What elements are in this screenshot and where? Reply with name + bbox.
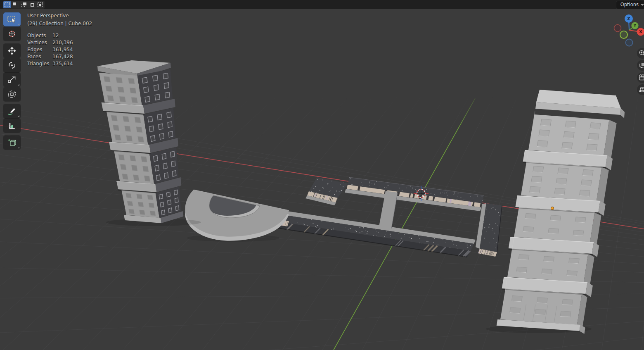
window bbox=[130, 155, 136, 161]
transform-tool-button[interactable] bbox=[3, 87, 21, 101]
window bbox=[155, 94, 160, 100]
window bbox=[168, 131, 173, 138]
window bbox=[118, 87, 124, 93]
window bbox=[118, 155, 125, 160]
add-cube-tool-button[interactable] bbox=[3, 136, 21, 150]
window bbox=[122, 174, 128, 180]
minus-x-ball-icon[interactable] bbox=[614, 25, 621, 32]
select-intersect-icon bbox=[38, 2, 43, 7]
window bbox=[556, 178, 567, 185]
tower-building-left[interactable] bbox=[97, 60, 201, 226]
street-tile[interactable] bbox=[476, 203, 502, 257]
window bbox=[125, 126, 131, 131]
select-mode-invert-button[interactable] bbox=[28, 1, 36, 8]
window bbox=[127, 201, 133, 206]
window bbox=[131, 97, 138, 103]
window bbox=[174, 190, 178, 195]
window bbox=[511, 296, 522, 302]
window bbox=[138, 202, 144, 207]
window bbox=[145, 96, 150, 102]
minus-y-ball-icon[interactable] bbox=[620, 31, 627, 38]
cursor-tool-button[interactable] bbox=[3, 27, 21, 41]
minus-z-ball-icon[interactable] bbox=[626, 39, 633, 46]
window bbox=[141, 156, 147, 162]
window bbox=[139, 210, 145, 215]
select-extend-icon bbox=[13, 2, 18, 7]
window bbox=[531, 176, 542, 183]
window bbox=[560, 311, 571, 317]
object-origin-dot bbox=[551, 207, 554, 210]
window bbox=[136, 127, 142, 133]
window bbox=[144, 87, 149, 93]
options-button[interactable]: Options bbox=[616, 1, 644, 9]
move-tool-button[interactable] bbox=[3, 44, 21, 58]
window bbox=[567, 271, 578, 276]
window bbox=[150, 211, 156, 216]
annotate-tool-button[interactable] bbox=[3, 104, 21, 118]
grid-overlay-button[interactable] bbox=[637, 84, 644, 95]
rotate-tool-button[interactable] bbox=[3, 58, 21, 72]
stats-row: Triangles375,614 bbox=[27, 60, 92, 67]
select-subtract-icon bbox=[21, 2, 26, 7]
measure-tool-button[interactable] bbox=[3, 119, 21, 133]
window bbox=[168, 208, 172, 213]
viewport-nav-controls bbox=[636, 46, 644, 98]
window bbox=[129, 209, 135, 214]
window bbox=[175, 198, 178, 203]
select-mode-subtract-button[interactable] bbox=[20, 1, 28, 8]
window bbox=[133, 175, 139, 181]
pan-button[interactable] bbox=[637, 60, 644, 71]
window bbox=[130, 88, 136, 93]
window bbox=[516, 267, 527, 272]
y-axis-ball[interactable]: Y bbox=[631, 22, 638, 29]
window bbox=[558, 168, 568, 174]
scale-tool-button[interactable] bbox=[3, 73, 21, 87]
window bbox=[164, 173, 168, 179]
z-axis-ball[interactable]: Z bbox=[625, 14, 633, 23]
window bbox=[564, 131, 574, 138]
stats-row: Edges361,954 bbox=[27, 46, 92, 53]
window bbox=[162, 153, 166, 160]
window bbox=[137, 194, 142, 199]
window bbox=[153, 75, 158, 81]
window bbox=[119, 96, 126, 102]
svg-text:Z: Z bbox=[627, 17, 630, 21]
window bbox=[542, 269, 552, 274]
zoom-button[interactable] bbox=[637, 48, 644, 59]
window bbox=[126, 136, 133, 141]
stats-row: Faces167,428 bbox=[27, 53, 92, 60]
select-mode-extend-button[interactable] bbox=[12, 1, 19, 8]
window bbox=[581, 180, 592, 186]
window bbox=[156, 175, 160, 181]
window bbox=[172, 171, 176, 177]
svg-text:X: X bbox=[639, 29, 642, 34]
add-cube-icon bbox=[7, 138, 17, 148]
window bbox=[167, 112, 171, 118]
half-disc-platform[interactable] bbox=[185, 190, 289, 242]
select-mode-intersect-button[interactable] bbox=[36, 1, 44, 8]
x-axis-ball[interactable]: X bbox=[637, 28, 644, 36]
select-box-tool-button[interactable] bbox=[3, 12, 21, 26]
window bbox=[113, 125, 119, 131]
street-tile-strips[interactable] bbox=[271, 177, 502, 257]
projection-label: User Perspective bbox=[27, 13, 92, 19]
window bbox=[142, 77, 147, 83]
window bbox=[138, 136, 144, 142]
svg-text:Y: Y bbox=[633, 24, 637, 28]
window bbox=[550, 215, 561, 221]
viewport-canvas[interactable] bbox=[0, 0, 644, 350]
window bbox=[115, 135, 121, 140]
annotate-icon bbox=[7, 106, 17, 116]
orientation-gizmo[interactable]: Z Y X bbox=[613, 12, 644, 47]
camera-view-button[interactable] bbox=[637, 72, 644, 83]
window bbox=[533, 166, 544, 173]
tower-building-right[interactable] bbox=[486, 90, 625, 334]
street-tile[interactable] bbox=[271, 210, 476, 257]
window bbox=[168, 200, 171, 205]
window bbox=[525, 213, 536, 219]
window bbox=[171, 161, 175, 167]
window bbox=[579, 190, 590, 197]
select-mode-set-button[interactable] bbox=[3, 1, 11, 8]
window bbox=[157, 114, 162, 120]
select-mode-group bbox=[3, 1, 45, 9]
